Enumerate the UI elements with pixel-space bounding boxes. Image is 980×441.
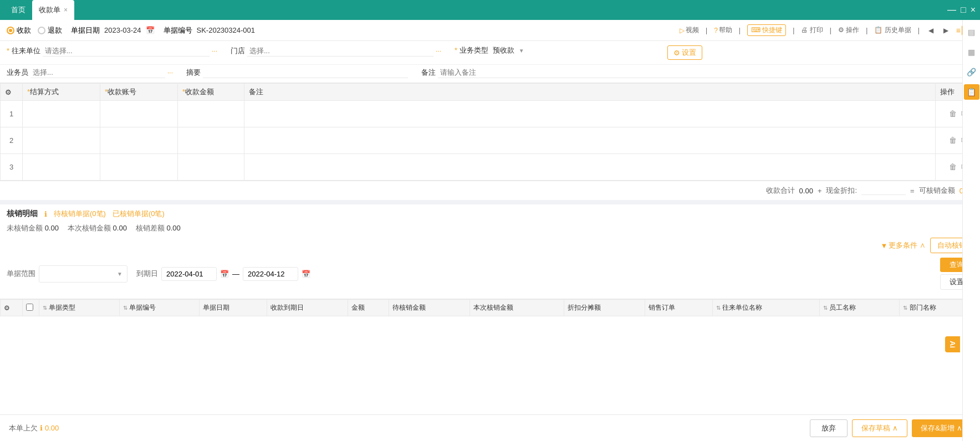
tab-pending[interactable]: 待核销单据(0笔) [54,209,106,219]
save-draft-button[interactable]: 保存草稿 ∧ [852,419,907,437]
settings-button[interactable]: ⚙ 设置 [667,45,702,60]
action-shortcut[interactable]: ⌨ 快捷键 [747,24,786,36]
row-delete-2[interactable]: 🗑 [949,136,957,145]
col-bt-discount: 折扣分摊额 [564,300,645,316]
nav-prev[interactable]: ◀ [926,25,936,35]
range-field: 单据范围 ▼ [7,265,127,283]
due-date-from[interactable] [161,267,217,281]
col-bt-settings[interactable]: ⚙ [1,300,23,316]
row-delete-1[interactable]: 🗑 [949,109,957,119]
col-bt-staff: ⇅ 员工名称 [819,300,900,316]
sidebar-table-icon[interactable]: ▤ [964,24,979,40]
sidebar-ai-icon[interactable]: 📋 [964,84,979,100]
calendar-icon[interactable]: 📅 [146,26,155,34]
select-all-checkbox[interactable] [26,304,33,311]
footer-info-label: 本单上欠 [9,423,38,433]
biz-type-label: 业务类型 [455,45,488,55]
sidebar-link-icon[interactable]: 🔗 [964,64,979,80]
counterparty-more[interactable]: ··· [212,47,217,55]
cell-amount-3[interactable] [178,154,244,181]
more-conditions-btn[interactable]: ▼ 更多条件 ∧ [881,240,926,250]
window-close[interactable]: × [971,5,976,15]
abandon-button[interactable]: 放弃 [810,419,848,437]
footer-info: 本单上欠 ℹ 0.00 [9,423,59,433]
table-row: 2 🗑 ⧉ [1,127,980,154]
receipt-table-container: ⚙ *结算方式 *收款账号 *收款金额 备注 操作 1 [0,83,980,181]
col-bt-due: 收款到期日 [267,300,348,316]
action-help[interactable]: ? 帮助 [714,25,732,35]
col-bt-checkbox[interactable] [23,300,39,316]
tab-completed[interactable]: 已核销单据(0笔) [113,209,165,219]
store-input[interactable] [247,45,433,57]
due-date-from-cal[interactable]: 📅 [220,270,229,278]
window-minimize[interactable]: — [947,5,956,15]
cell-settlement-1[interactable] [23,101,100,127]
cell-account-1[interactable] [100,101,178,127]
nav-next[interactable]: ▶ [941,25,951,35]
right-sidebar: ▤ ▦ 🔗 📋 [962,20,980,441]
staff-more[interactable]: ··· [167,69,173,76]
cell-settlement-2[interactable] [23,127,100,154]
col-bt-current: 本次核销金额 [470,300,564,316]
action-video[interactable]: ▷ 视频 [680,25,699,35]
cell-remark-1[interactable] [244,101,936,127]
nav-tab-close[interactable]: × [64,0,68,20]
cell-account-3[interactable] [100,154,178,181]
remark-input[interactable] [438,67,973,78]
window-maximize[interactable]: □ [961,5,966,15]
footer-info-icon[interactable]: ℹ [40,424,43,432]
gear-icon: ⚙ [673,49,680,57]
staff-label: 业务员 [7,68,28,78]
cell-settlement-3[interactable] [23,154,100,181]
summary-field: 摘要 [186,67,408,78]
biz-type-dropdown[interactable]: ▼ [519,48,524,54]
counterparty-input[interactable] [43,45,210,57]
radio-refund[interactable]: 退款 [38,25,62,35]
ai-badge[interactable]: Ai [945,336,960,352]
range-input[interactable] [44,268,115,280]
due-date-field: 到期日 📅 — 📅 [136,267,310,281]
table-row: 1 🗑 ⧉ [1,101,980,127]
table-row: 3 🗑 ⧉ [1,154,980,181]
row-num-2: 2 [1,127,23,154]
save-draft-label: 保存草稿 [861,423,890,433]
verification-section: 核销明细 ℹ 待核销单据(0笔) 已核销单据(0笔) 未核销金额 0.00 本次… [0,204,980,299]
range-label: 单据范围 [7,269,35,279]
staff-input[interactable] [30,67,165,78]
cell-account-2[interactable] [100,127,178,154]
nav-home[interactable]: 首页 [4,0,32,20]
cell-remark-2[interactable] [244,127,936,154]
action-print[interactable]: 🖨 打印 [801,25,823,35]
action-history[interactable]: 📋 历史单据 [874,25,911,35]
remark-label: 备注 [421,68,436,78]
counterparty-field: 往来单位 ··· [7,45,217,57]
cell-remark-3[interactable] [244,154,936,181]
radio-receipt[interactable]: 收款 [7,25,31,35]
discount-input[interactable] [861,186,906,195]
range-select-wrapper[interactable]: ▼ [39,265,127,283]
due-date-to-cal[interactable]: 📅 [302,270,310,278]
stat-uncanceled: 未核销金额 0.00 [7,223,59,233]
radio-circle-receipt [7,27,14,34]
form-header: 收款 退款 单据日期 2023-03-24 📅 单据编号 SK-20230324… [0,20,980,41]
counterparty-label: 往来单位 [7,46,40,56]
sidebar-grid-icon[interactable]: ▦ [964,44,979,60]
range-dropdown-arrow[interactable]: ▼ [117,271,122,277]
view-list[interactable]: ≡ [956,25,961,35]
cell-amount-2[interactable] [178,127,244,154]
nav-tab-receipt[interactable]: 收款单 × [32,0,74,20]
action-operation[interactable]: ⚙ 操作 [838,25,859,35]
verification-info-icon[interactable]: ℹ [44,210,47,218]
col-bt-pending: 待核销金额 [389,300,470,316]
biz-type-field: 业务类型 预收款 ▼ [455,45,654,55]
col-bt-counterparty: ⇅ 往来单位名称 [712,300,819,316]
col-settings[interactable]: ⚙ [1,84,23,101]
store-more[interactable]: ··· [436,47,441,55]
radio-label-receipt: 收款 [17,25,31,35]
row-delete-3[interactable]: 🗑 [949,162,957,172]
summary-input[interactable] [203,67,408,78]
number-label: 单据编号 [164,25,192,35]
cell-amount-1[interactable] [178,101,244,127]
due-date-to[interactable] [243,267,298,281]
verification-filter-row: ▼ 更多条件 ∧ 自动核销 [7,238,973,253]
